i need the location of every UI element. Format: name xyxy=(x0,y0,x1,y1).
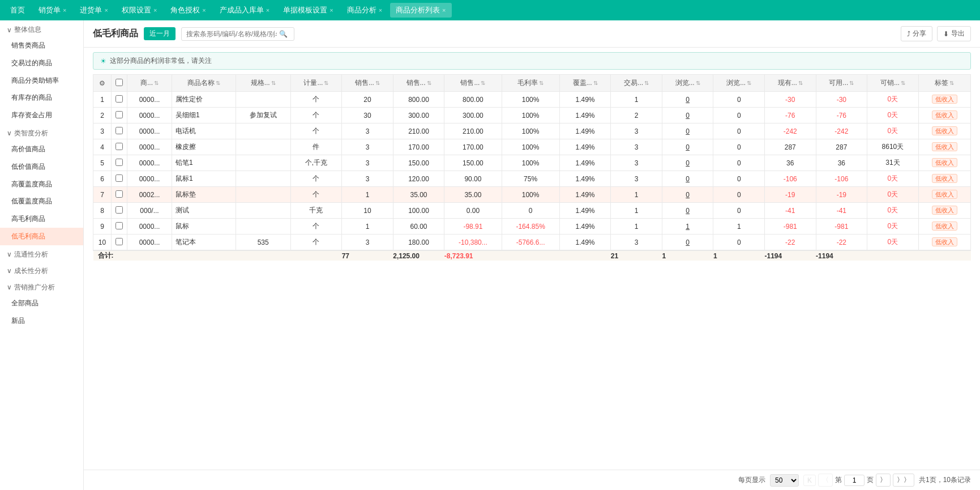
sidebar-item-销售类商品[interactable]: 销售类商品 xyxy=(0,37,83,54)
cell-spec xyxy=(236,123,290,139)
cell-current-stock: -19 xyxy=(765,187,816,203)
browse1-link[interactable]: 0 xyxy=(686,127,690,135)
sidebar-item-低价值商品[interactable]: 低价值商品 xyxy=(0,158,83,176)
table-header: ⚙ 商...⇅ 商品名称⇅ 规格...⇅ 计量...⇅ 销售...⇅ 销售...… xyxy=(93,75,971,92)
close-tab-icon[interactable]: × xyxy=(63,7,66,14)
nav-item-商品分析列表[interactable]: 商品分析列表× xyxy=(390,3,451,18)
nav-item-单据模板设置[interactable]: 单据模板设置× xyxy=(277,3,339,18)
browse1-link[interactable]: 0 xyxy=(686,143,690,151)
date-filter-button[interactable]: 近一月 xyxy=(144,27,176,40)
sidebar-item-交易过的商品[interactable]: 交易过的商品 xyxy=(0,54,83,72)
search-input[interactable] xyxy=(186,30,277,38)
nav-item-角色授权[interactable]: 角色授权× xyxy=(165,3,211,18)
nav-item-商品分析[interactable]: 商品分析× xyxy=(341,3,388,18)
cell-sales-amount: 60.00 xyxy=(393,219,444,235)
close-tab-icon[interactable]: × xyxy=(329,7,333,14)
cell-sales-qty: 3 xyxy=(342,139,393,155)
cell-available: -19 xyxy=(816,187,867,203)
browse1-link[interactable]: 0 xyxy=(686,96,690,104)
browse1-link[interactable]: 0 xyxy=(686,112,690,120)
col-settings[interactable]: ⚙ xyxy=(93,75,112,92)
cell-sales-qty: 3 xyxy=(342,123,393,139)
browse1-link[interactable]: 1 xyxy=(686,223,690,231)
sidebar-item-低毛利商品[interactable]: 低毛利商品 xyxy=(0,228,83,245)
browse1-link[interactable]: 0 xyxy=(686,191,690,199)
last-page-button[interactable]: 〉〉 xyxy=(893,474,914,487)
sidebar-group-流通性分析[interactable]: ∨ 流通性分析 xyxy=(0,245,83,262)
close-tab-icon[interactable]: × xyxy=(379,7,382,14)
sidebar-item-高价值商品[interactable]: 高价值商品 xyxy=(0,140,83,158)
nav-item-权限设置[interactable]: 权限设置× xyxy=(116,3,162,18)
browse1-link[interactable]: 0 xyxy=(686,175,690,183)
page-input[interactable] xyxy=(844,475,865,486)
next-page-button[interactable]: 〉 xyxy=(876,474,891,487)
col-code: 商...⇅ xyxy=(127,75,172,92)
sidebar-item-有库存的商品[interactable]: 有库存的商品 xyxy=(0,89,83,106)
row-checkbox[interactable] xyxy=(115,222,123,229)
navigation-bar: 首页销货单×进货单×权限设置×角色授权×产成品入库单×单据模板设置×商品分析×商… xyxy=(0,0,980,20)
cell-current-stock: -242 xyxy=(765,123,816,139)
cell-no: 7 xyxy=(93,187,112,203)
tag-badge: 低收入 xyxy=(932,221,957,231)
col-spec: 规格...⇅ xyxy=(236,75,290,92)
prev-page-button[interactable]: 〈 xyxy=(818,474,833,487)
browse1-link[interactable]: 0 xyxy=(686,159,690,167)
sidebar-item-高覆盖度商品[interactable]: 高覆盖度商品 xyxy=(0,176,83,193)
close-tab-icon[interactable]: × xyxy=(442,7,446,14)
row-checkbox[interactable] xyxy=(115,159,123,166)
close-tab-icon[interactable]: × xyxy=(153,7,157,14)
cell-browse2: 0 xyxy=(713,203,765,219)
cell-no: 10 xyxy=(93,235,112,251)
sidebar-group-成长性分析[interactable]: ∨ 成长性分析 xyxy=(0,262,83,278)
sidebar-group-营销推广分析[interactable]: ∨ 营销推广分析 xyxy=(0,278,83,295)
row-checkbox[interactable] xyxy=(115,95,123,103)
close-tab-icon[interactable]: × xyxy=(104,7,108,14)
sidebar-item-库存资金占用[interactable]: 库存资金占用 xyxy=(0,106,83,124)
sidebar-item-全部商品[interactable]: 全部商品 xyxy=(0,295,83,312)
close-tab-icon[interactable]: × xyxy=(266,7,269,14)
close-tab-icon[interactable]: × xyxy=(202,7,206,14)
select-all-checkbox[interactable] xyxy=(115,79,123,86)
share-button[interactable]: ⤴ 分享 xyxy=(901,26,932,41)
export-icon: ⬇ xyxy=(943,30,949,38)
nav-item-产成品入库单[interactable]: 产成品入库单× xyxy=(214,3,275,18)
first-page-button[interactable]: K xyxy=(803,475,816,486)
sidebar-item-低覆盖度商品[interactable]: 低覆盖度商品 xyxy=(0,193,83,210)
row-checkbox[interactable] xyxy=(115,190,123,198)
sidebar-group-类智度分析[interactable]: ∨ 类智度分析 xyxy=(0,124,83,140)
export-button[interactable]: ⬇ 导出 xyxy=(937,26,971,41)
row-checkbox[interactable] xyxy=(115,111,123,118)
nav-item-首页[interactable]: 首页 xyxy=(5,3,31,18)
row-checkbox[interactable] xyxy=(115,143,123,150)
sidebar-item-新品[interactable]: 新品 xyxy=(0,312,83,330)
cell-tag: 低收入 xyxy=(918,171,970,187)
cell-unit: 个 xyxy=(290,219,342,235)
cell-unit: 个,千克 xyxy=(290,155,342,171)
cell-sales-profit: 800.00 xyxy=(444,92,502,108)
browse1-link[interactable]: 0 xyxy=(686,207,690,215)
cell-browse2: 0 xyxy=(713,123,765,139)
page-title: 低毛利商品 xyxy=(93,28,138,40)
row-checkbox[interactable] xyxy=(115,174,123,182)
cell-code: 0000... xyxy=(127,139,172,155)
cell-sales-amount: 170.00 xyxy=(393,139,444,155)
row-checkbox[interactable] xyxy=(115,206,123,214)
per-page-select[interactable]: 50 100 200 xyxy=(770,474,799,487)
sidebar-item-高毛利商品[interactable]: 高毛利商品 xyxy=(0,210,83,228)
sidebar-group-整体信息[interactable]: ∨ 整体信息 xyxy=(0,20,83,37)
cell-tag: 低收入 xyxy=(918,235,970,251)
tag-badge: 低收入 xyxy=(932,110,957,120)
cell-coverage: 1.49% xyxy=(559,171,611,187)
cell-current-stock: 287 xyxy=(765,139,816,155)
sidebar-item-商品分类助销率[interactable]: 商品分类助销率 xyxy=(0,72,83,90)
cell-sellable: 0天 xyxy=(867,203,919,219)
nav-item-进货单[interactable]: 进货单× xyxy=(74,3,113,18)
cell-transaction: 3 xyxy=(611,155,662,171)
cell-transaction: 3 xyxy=(611,139,662,155)
search-icon[interactable]: 🔍 xyxy=(279,30,288,38)
nav-item-销货单[interactable]: 销货单× xyxy=(33,3,72,18)
row-checkbox[interactable] xyxy=(115,127,123,134)
cell-checkbox xyxy=(112,92,127,108)
row-checkbox[interactable] xyxy=(115,238,123,245)
browse1-link[interactable]: 0 xyxy=(686,238,690,246)
